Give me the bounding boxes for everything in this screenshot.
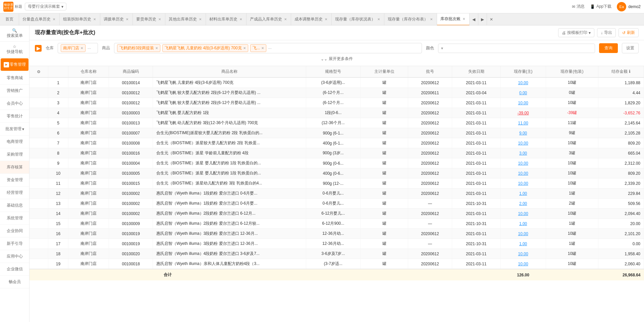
message-btn[interactable]: ✉ 消息	[572, 4, 585, 9]
row-balance: 1,829.20	[598, 98, 644, 108]
tab-nav-prev[interactable]: ◀	[470, 13, 478, 25]
tab-close-all[interactable]: ✕	[487, 13, 496, 25]
row-name: 惠氏启智（Wyeth illuma）1段奶粉 爱尔兰进口 0-6月婴...	[153, 199, 306, 209]
filter-dots[interactable]: ···	[88, 46, 91, 51]
tab-close-icon[interactable]: ✕	[324, 17, 328, 22]
th-qty-main: 现存量(主)	[500, 66, 546, 77]
tab-close-icon[interactable]: ✕	[462, 16, 466, 21]
th-spec: 规格型号	[306, 66, 360, 77]
tab-nav-next[interactable]: ▶	[478, 13, 487, 25]
sidebar-item-ecommerce[interactable]: 电商管理	[0, 136, 29, 148]
export-btn[interactable]: ↓ 导出	[597, 28, 616, 37]
table-footer-row: 合计 126.00 26,968.64	[30, 269, 644, 280]
settings-btn[interactable]: 设置	[622, 43, 639, 53]
tab-req-history[interactable]: 要货单历史 ✕	[133, 13, 165, 25]
sidebar-search[interactable]: 🔍 搜索菜单	[0, 25, 29, 42]
row-spec: 900g (6-1...	[306, 128, 360, 138]
breadcrumb-selector[interactable]: 母婴行业演示账套 ▾	[25, 3, 66, 10]
filter-expand-btn[interactable]: ▶	[35, 45, 42, 52]
sidebar-item-basic-info[interactable]: 基础信息	[0, 199, 29, 212]
tab-close-icon[interactable]: ✕	[283, 17, 287, 22]
sidebar-item-finance[interactable]: 资金管理	[0, 174, 29, 186]
warehouse-tag-close[interactable]: ✕	[80, 46, 83, 50]
sidebar-item-retail[interactable]: ▶ 零售管理	[1, 58, 29, 71]
row-qty-pkg: 1罐	[546, 189, 598, 199]
tab-stock-dist[interactable]: 现存量（库存分布表） ✕	[384, 13, 437, 25]
app-download-btn[interactable]: 📱 App下载	[590, 4, 611, 9]
user-area[interactable]: Ea demo2	[617, 2, 641, 11]
tab-other-out-history[interactable]: 其他出库单历史 ✕	[165, 13, 206, 25]
sidebar-item-retail-shop[interactable]: 零售商城	[0, 72, 29, 85]
th-settings[interactable]: ⚙	[30, 66, 48, 77]
sidebar-item-app-center[interactable]: 应用中心	[0, 250, 29, 263]
bookmark-icon: ☆	[2, 44, 27, 49]
expand-conditions-btn[interactable]: ⌄⌄ 展开更多条件	[318, 55, 356, 63]
warehouse-filter-container[interactable]: 南岸门店 ✕ ···	[58, 43, 98, 53]
row-code: 00100009	[109, 219, 153, 229]
row-code: 00100002	[109, 189, 153, 199]
row-expire: 2021-03-11	[452, 249, 500, 259]
product-tag-2-close[interactable]: ✕	[243, 46, 246, 50]
tab-transfer-history[interactable]: 调拨单历史 ✕	[100, 13, 133, 25]
product-tag-1-close[interactable]: ✕	[155, 46, 158, 50]
sidebar-item-guide[interactable]: 新手引导	[0, 237, 29, 250]
sidebar-item-inventory[interactable]: 库存核算	[0, 161, 29, 174]
row-no: 18	[48, 249, 68, 259]
row-batch: 20200612	[408, 209, 452, 219]
sidebar-item-vip-member[interactable]: 畅会员	[0, 276, 29, 288]
table-row: 10 南岸门店 00100005 合生元（BIOSTIME）派星 婴儿配方奶粉 …	[30, 168, 644, 178]
row-expand	[30, 178, 48, 189]
tab-split-history[interactable]: 分量盘点单历史 ✕	[19, 13, 60, 25]
row-warehouse: 南岸门店	[68, 168, 109, 178]
row-no: 11	[48, 178, 68, 189]
row-spec: (12-36个月...	[306, 118, 360, 128]
tab-batch-ledger[interactable]: 库存批次账 ✕	[437, 13, 470, 25]
table-row: 18 南岸门店 00100020 惠氏启智（Wyeth illuma）4段奶粉 …	[30, 249, 644, 259]
row-code: 00100004	[109, 158, 153, 168]
sidebar-item-member[interactable]: 会员中心	[0, 97, 29, 110]
tab-close-icon[interactable]: ✕	[158, 17, 162, 22]
tab-close-icon[interactable]: ✕	[239, 17, 243, 22]
row-code: 00100014	[109, 77, 153, 88]
row-unit: 罐	[360, 229, 408, 239]
sidebar-item-collab[interactable]: 企业协同	[0, 225, 29, 237]
sidebar-item-wholesale[interactable]: 批发管理 ▾	[0, 123, 29, 136]
tab-disassemble-history[interactable]: 组装拆卸单历史 ✕	[60, 13, 100, 25]
product-filter-dots[interactable]: ···	[268, 46, 272, 51]
tab-close-icon[interactable]: ✕	[52, 17, 56, 22]
color-filter-container[interactable]: ▾	[438, 44, 595, 53]
tab-close-icon[interactable]: ✕	[198, 17, 202, 22]
tab-product-in-history[interactable]: 产成品入库单历史 ✕	[247, 13, 291, 25]
row-qty-main: 1.00	[500, 189, 546, 199]
tab-stock-status[interactable]: 现存量（库存状况表） ✕	[332, 13, 384, 25]
product-tag-more-close[interactable]: ✕	[261, 46, 264, 50]
sidebar-item-retail-stat[interactable]: 零售统计	[0, 110, 29, 123]
row-balance: 2,105.28	[598, 128, 644, 138]
data-table: ⚙ 仓库名称 商品编码 商品名称 规格型号 主计量单位 批号 失效日期 现存量(…	[30, 66, 644, 280]
tab-close-icon[interactable]: ✕	[93, 17, 97, 22]
sidebar-quick[interactable]: ☆ 快捷导航	[0, 42, 29, 58]
sidebar-item-corp-wechat[interactable]: 企业微信	[0, 263, 29, 276]
sidebar: 🔍 搜索菜单 ☆ 快捷导航 ▶ 零售管理 零售商城 营销推广 会员中心 零售统计…	[0, 25, 30, 322]
sidebar-item-purchase[interactable]: 采购管理	[0, 148, 29, 161]
sidebar-item-retail-label: ▶ 零售管理	[3, 62, 26, 67]
sidebar-item-marketing[interactable]: 营销推广	[0, 85, 29, 97]
tab-close-icon[interactable]: ✕	[125, 17, 129, 22]
sidebar-item-operation[interactable]: 经营管理	[0, 186, 29, 199]
product-filter-container[interactable]: 飞鹤奶粉3段两提装 ✕ 飞鹤星飞帆 儿童奶粉 4段(3-6岁适用) 700克 ✕…	[114, 43, 422, 53]
sidebar-item-system[interactable]: 系统管理	[0, 212, 29, 225]
print-btn[interactable]: 🖨 按模板打印 ▾	[558, 28, 594, 37]
tab-close-icon[interactable]: ✕	[429, 17, 433, 22]
tab-cost-adjust-history[interactable]: 成本调整单历史 ✕	[291, 13, 332, 25]
query-btn[interactable]: 查询	[599, 43, 618, 53]
tab-home[interactable]: 首页	[0, 13, 19, 25]
tab-close-icon[interactable]: ✕	[377, 17, 381, 22]
row-spec: (3-7岁适...	[306, 259, 360, 269]
row-no: 12	[48, 189, 68, 199]
row-name: 惠氏启智（Wyeth illuma）3段奶粉 爱尔兰进口 12-36月...	[153, 229, 306, 239]
row-qty-main: 1.00	[500, 219, 546, 229]
refresh-btn[interactable]: ↺ 刷新	[619, 28, 639, 37]
row-qty-main: 10.00	[500, 168, 546, 178]
row-expand	[30, 98, 48, 108]
tab-material-out-history[interactable]: 材料出库单历史 ✕	[206, 13, 247, 25]
